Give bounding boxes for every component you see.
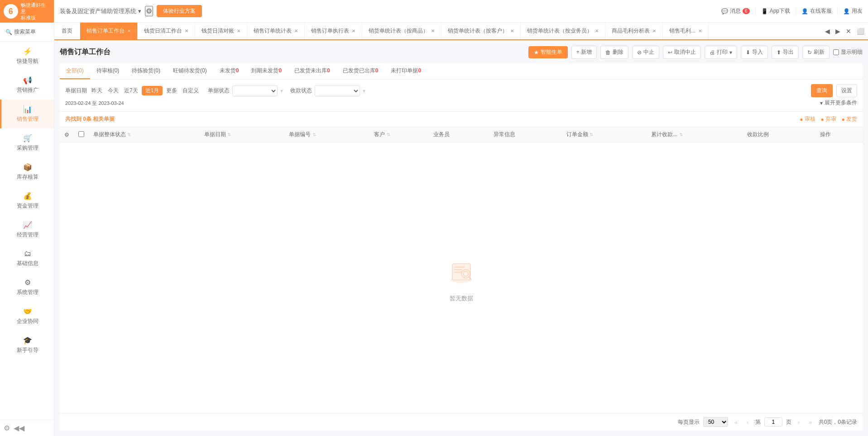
message-button[interactable]: 💬 消息 6 xyxy=(721,7,750,15)
query-button[interactable]: 查询 xyxy=(811,84,833,97)
sidebar-item-operation[interactable]: 📈 经营管理 xyxy=(0,215,54,244)
tab-close-icon[interactable]: ✕ xyxy=(431,28,435,33)
th-checkbox[interactable] xyxy=(74,127,89,142)
next-page-button[interactable]: › xyxy=(795,418,802,427)
stop-button[interactable]: ⊘ 中止 xyxy=(632,46,659,59)
tab-close-icon[interactable]: ✕ xyxy=(127,28,131,33)
sidebar-item-purchase[interactable]: 🛒 采购管理 xyxy=(0,128,54,157)
sidebar-item-base-info[interactable]: 🗂 基础信息 xyxy=(0,244,54,273)
tab-nav-next-button[interactable]: ▶ xyxy=(834,26,842,37)
per-page-select[interactable]: 20 50 100 200 xyxy=(703,417,728,427)
sidebar-item-quick-nav[interactable]: ⚡ 快捷导航 xyxy=(0,42,54,71)
discard-review-button[interactable]: ● 弃审 xyxy=(821,115,836,123)
tab-sales-workbench[interactable]: 销售订单工作台 ✕ xyxy=(80,23,138,39)
sidebar-collapse-button[interactable]: ◀◀ xyxy=(14,424,24,432)
today-btn[interactable]: 今天 xyxy=(106,86,120,95)
tab-close-icon[interactable]: ✕ xyxy=(185,28,188,33)
smart-create-button[interactable]: ★ 智能生单 xyxy=(528,46,568,58)
expand-conditions-button[interactable]: ▾ 展开更多条件 xyxy=(820,99,857,107)
tab-close-all-button[interactable]: ✕ xyxy=(844,26,853,37)
payment-dropdown[interactable] xyxy=(315,85,360,96)
table-header-row: ⚙ 单据整体状态 ⇅ 单据日期 ⇅ 单据编号 ⇅ 客户 ⇅ 业务员 异常信息 订… xyxy=(60,127,863,142)
th-settings[interactable]: ⚙ xyxy=(60,127,74,142)
tab-reconciliation[interactable]: 钱货日清对账 ✕ xyxy=(195,23,247,39)
yesterday-btn[interactable]: 昨天 xyxy=(90,86,104,95)
topbar-settings-button[interactable]: ⚙ xyxy=(145,6,153,16)
filter-tab-pending-check[interactable]: 待拣验货(0) xyxy=(125,63,167,79)
tab-expand-button[interactable]: ⬜ xyxy=(855,26,866,37)
date-search-field: 单据日期 昨天 今天 近7天 近1月 更多 自定义 xyxy=(65,86,201,95)
first-page-button[interactable]: « xyxy=(732,418,740,427)
th-date[interactable]: 单据日期 ⇅ xyxy=(200,127,285,142)
last-month-btn[interactable]: 近1月 xyxy=(142,86,163,95)
import-button[interactable]: ⬇ 导入 xyxy=(741,46,768,59)
tab-close-icon[interactable]: ✕ xyxy=(698,28,702,33)
show-detail-checkbox[interactable] xyxy=(833,49,839,55)
review-button[interactable]: ● 审核 xyxy=(800,115,815,123)
tab-margin-analysis[interactable]: 商品毛利分析表 ✕ xyxy=(605,23,663,39)
add-button[interactable]: + 新增 xyxy=(571,46,597,59)
prev-page-button[interactable]: ‹ xyxy=(744,418,751,427)
status-dropdown[interactable] xyxy=(232,85,278,96)
tab-sales-stats-product[interactable]: 销货单统计表（按商品） ✕ xyxy=(362,23,441,39)
tab-close-icon[interactable]: ✕ xyxy=(237,28,240,33)
select-all-checkbox[interactable] xyxy=(78,131,84,137)
th-status[interactable]: 单据整体状态 ⇅ xyxy=(89,127,200,142)
last7days-btn[interactable]: 近7天 xyxy=(122,86,140,95)
filter-tab-overdue-unshipped[interactable]: 到期未发货0 xyxy=(245,63,288,79)
tab-close-icon[interactable]: ✕ xyxy=(352,28,355,33)
tab-close-icon[interactable]: ✕ xyxy=(510,28,514,33)
filter-tab-unprinted[interactable]: 未打印单据0 xyxy=(384,63,427,79)
settings-search-button[interactable]: 设置 xyxy=(836,84,857,97)
topbar: 装备及固定资产辅助管理系统 ▾ ⚙ 体验行业方案 💬 消息 6 📱 App下载 … xyxy=(54,0,868,23)
sidebar-item-inventory[interactable]: 📦 库存核算 xyxy=(0,157,54,186)
page-number-input[interactable] xyxy=(764,417,782,427)
tab-sales-margin[interactable]: 销售毛利... ✕ xyxy=(663,23,709,39)
online-service-button[interactable]: 👤 在线客服 xyxy=(801,7,832,15)
sidebar-item-marketing[interactable]: 📢 营销推广 xyxy=(0,71,54,100)
more-btn[interactable]: 更多 xyxy=(164,86,179,95)
delete-button[interactable]: 🗑 删除 xyxy=(600,46,628,59)
th-number[interactable]: 单据编号 ⇅ xyxy=(284,127,369,142)
sidebar-item-system[interactable]: ⚙ 系统管理 xyxy=(0,273,54,302)
th-amount[interactable]: 订单金额 ⇅ xyxy=(562,127,647,142)
show-detail-label[interactable]: 显示明细 xyxy=(833,48,863,56)
system-title-dropdown[interactable]: 装备及固定资产辅助管理系统 ▾ xyxy=(60,7,141,15)
filter-tab-shop-pending[interactable]: 旺铺待发货(0) xyxy=(167,63,213,79)
ship-button[interactable]: ● 发货 xyxy=(842,115,857,123)
tab-nav-prev-button[interactable]: ◀ xyxy=(823,26,832,37)
th-cumulative[interactable]: 累计收款... ⇅ xyxy=(647,127,742,142)
sidebar-item-guide[interactable]: 🎓 新手引导 xyxy=(0,331,54,360)
tab-close-icon[interactable]: ✕ xyxy=(595,28,599,33)
th-customer[interactable]: 客户 ⇅ xyxy=(369,127,429,142)
export-button[interactable]: ⬆ 导出 xyxy=(772,46,799,59)
tab-close-icon[interactable]: ✕ xyxy=(294,28,298,33)
expand-icon: ▾ xyxy=(820,100,823,106)
tab-order-stats[interactable]: 销售订单统计表 ✕ xyxy=(247,23,305,39)
filter-tab-unshipped[interactable]: 未发货0 xyxy=(213,63,245,79)
tab-home[interactable]: 首页 xyxy=(54,23,80,39)
tab-close-icon[interactable]: ✕ xyxy=(652,28,656,33)
tab-sales-stats-customer[interactable]: 销货单统计表（按客户） ✕ xyxy=(441,23,521,39)
tab-order-exec[interactable]: 销售订单执行表 ✕ xyxy=(305,23,362,39)
sidebar-settings-button[interactable]: ⚙ xyxy=(4,424,10,432)
total-pages-text: 共0页，0条记录 xyxy=(819,418,857,426)
last-page-button[interactable]: » xyxy=(806,418,815,427)
filter-tab-shipped-not-out[interactable]: 已发货未出库0 xyxy=(288,63,336,79)
print-button[interactable]: 🖨 打印 ▾ xyxy=(705,46,737,59)
sidebar-item-finance[interactable]: 💰 资金管理 xyxy=(0,186,54,215)
tab-sales-stats-staff[interactable]: 销货单统计表（按业务员） ✕ xyxy=(521,23,605,39)
search-menu-button[interactable]: 🔍 搜索菜单 xyxy=(4,26,50,38)
tab-money-daily[interactable]: 钱货日清工作台 ✕ xyxy=(138,23,195,39)
filter-tab-pending-review[interactable]: 待审核(0) xyxy=(90,63,126,79)
refresh-button[interactable]: ↻ 刷新 xyxy=(802,46,830,59)
industry-solution-button[interactable]: 体验行业方案 xyxy=(157,5,202,17)
sidebar-item-sales[interactable]: 📊 销售管理 xyxy=(0,100,54,128)
custom-btn[interactable]: 自定义 xyxy=(181,86,201,95)
user-button[interactable]: 👤 用友 xyxy=(843,7,863,15)
app-download-button[interactable]: 📱 App下载 xyxy=(761,7,790,15)
filter-tab-all[interactable]: 全部(0) xyxy=(60,63,90,79)
filter-tab-shipped-out[interactable]: 已发货已出库0 xyxy=(336,63,385,79)
sidebar-item-enterprise[interactable]: 🤝 企业协同 xyxy=(0,302,54,331)
cancel-stop-button[interactable]: ↩ 取消中止 xyxy=(663,46,701,59)
